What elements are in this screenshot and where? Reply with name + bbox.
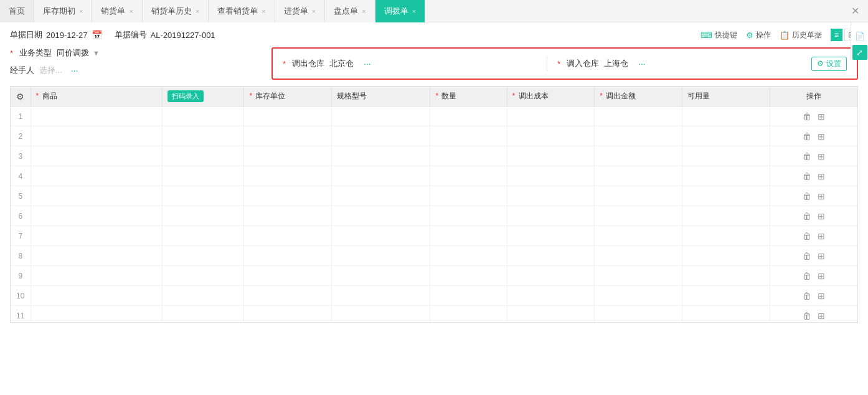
delete-icon[interactable]: 🗑 xyxy=(803,251,811,261)
row-qty[interactable] xyxy=(430,306,507,323)
row-unit[interactable] xyxy=(244,226,332,246)
tab-sales-history[interactable]: 销货单历史 × xyxy=(143,0,209,22)
row-cost[interactable] xyxy=(507,126,595,146)
row-cost[interactable] xyxy=(507,306,595,323)
tab-purchase-order-close[interactable]: × xyxy=(312,7,316,15)
row-unit[interactable] xyxy=(244,146,332,166)
warehouse-in-dots-button[interactable]: ··· xyxy=(638,59,646,69)
table-container[interactable]: ⚙ * 商品 扫码录入 * 库存单位 规格型号 xyxy=(10,86,858,323)
row-product[interactable] xyxy=(31,226,162,246)
row-amount[interactable] xyxy=(595,146,682,166)
row-qty[interactable] xyxy=(430,126,507,146)
person-select[interactable]: 选择... xyxy=(39,65,62,76)
row-cost[interactable] xyxy=(507,226,595,246)
scan-button[interactable]: 扫码录入 xyxy=(167,90,204,102)
row-spec[interactable] xyxy=(332,286,430,306)
delete-icon[interactable]: 🗑 xyxy=(803,112,811,121)
row-unit[interactable] xyxy=(244,107,332,126)
row-spec[interactable] xyxy=(332,146,430,166)
th-settings[interactable]: ⚙ xyxy=(11,87,31,107)
panel-doc-icon[interactable]: 📄 xyxy=(852,29,867,44)
row-product[interactable] xyxy=(31,306,162,323)
row-spec[interactable] xyxy=(332,306,430,323)
copy-icon[interactable]: ⊞ xyxy=(818,211,825,221)
date-value[interactable]: 2019-12-27 xyxy=(46,31,88,40)
copy-icon[interactable]: ⊞ xyxy=(818,131,825,141)
row-spec[interactable] xyxy=(332,246,430,266)
row-amount[interactable] xyxy=(595,107,682,126)
delete-icon[interactable]: 🗑 xyxy=(803,211,811,221)
row-spec[interactable] xyxy=(332,206,430,226)
warehouse-out-dots-button[interactable]: ··· xyxy=(364,59,371,69)
row-qty[interactable] xyxy=(430,266,507,286)
delete-icon[interactable]: 🗑 xyxy=(803,271,811,281)
row-amount[interactable] xyxy=(595,286,682,306)
copy-icon[interactable]: ⊞ xyxy=(818,151,825,161)
warehouse-in-value[interactable]: 上海仓 xyxy=(604,58,628,69)
row-product[interactable] xyxy=(31,166,162,186)
row-spec[interactable] xyxy=(332,186,430,206)
tab-purchase-order[interactable]: 进货单 × xyxy=(275,0,325,22)
row-amount[interactable] xyxy=(595,186,682,206)
calendar-icon[interactable]: 📅 xyxy=(92,30,102,40)
row-qty[interactable] xyxy=(430,166,507,186)
row-cost[interactable] xyxy=(507,286,595,306)
row-cost[interactable] xyxy=(507,266,595,286)
delete-icon[interactable]: 🗑 xyxy=(803,311,811,321)
copy-icon[interactable]: ⊞ xyxy=(818,271,825,281)
tab-stocktake-close[interactable]: × xyxy=(362,7,366,15)
row-qty[interactable] xyxy=(430,286,507,306)
row-amount[interactable] xyxy=(595,126,682,146)
copy-icon[interactable]: ⊞ xyxy=(818,251,825,261)
row-qty[interactable] xyxy=(430,226,507,246)
row-unit[interactable] xyxy=(244,286,332,306)
row-amount[interactable] xyxy=(595,266,682,286)
delete-icon[interactable]: 🗑 xyxy=(803,231,811,241)
tab-transfer-close[interactable]: × xyxy=(412,7,416,15)
delete-icon[interactable]: 🗑 xyxy=(803,191,811,201)
delete-icon[interactable]: 🗑 xyxy=(803,131,811,141)
copy-icon[interactable]: ⊞ xyxy=(818,231,825,241)
row-unit[interactable] xyxy=(244,306,332,323)
row-product[interactable] xyxy=(31,146,162,166)
row-product[interactable] xyxy=(31,126,162,146)
tab-transfer[interactable]: 调拨单 × xyxy=(375,0,425,22)
copy-icon[interactable]: ⊞ xyxy=(818,171,825,181)
row-cost[interactable] xyxy=(507,107,595,126)
row-unit[interactable] xyxy=(244,166,332,186)
row-cost[interactable] xyxy=(507,166,595,186)
copy-icon[interactable]: ⊞ xyxy=(818,112,825,121)
row-cost[interactable] xyxy=(507,246,595,266)
row-cost[interactable] xyxy=(507,206,595,226)
row-qty[interactable] xyxy=(430,246,507,266)
delete-icon[interactable]: 🗑 xyxy=(803,171,811,181)
copy-icon[interactable]: ⊞ xyxy=(818,291,825,301)
tab-view-sales-close[interactable]: × xyxy=(262,7,265,15)
row-qty[interactable] xyxy=(430,107,507,126)
row-spec[interactable] xyxy=(332,226,430,246)
operation-action[interactable]: ⚙ 操作 xyxy=(746,30,771,40)
row-amount[interactable] xyxy=(595,306,682,323)
tab-stocktake[interactable]: 盘点单 × xyxy=(325,0,375,22)
row-product[interactable] xyxy=(31,286,162,306)
row-unit[interactable] xyxy=(244,126,332,146)
settings-button[interactable]: ⚙ 设置 xyxy=(811,57,847,71)
row-spec[interactable] xyxy=(332,107,430,126)
tab-sales-order-close[interactable]: × xyxy=(129,7,133,15)
copy-icon[interactable]: ⊞ xyxy=(818,191,825,201)
row-product[interactable] xyxy=(31,246,162,266)
tab-sales-history-close[interactable]: × xyxy=(196,7,199,15)
view-list-btn[interactable]: ≡ xyxy=(831,29,842,41)
row-cost[interactable] xyxy=(507,186,595,206)
row-amount[interactable] xyxy=(595,226,682,246)
tab-inventory-init[interactable]: 库存期初 × xyxy=(34,0,92,22)
tab-view-sales[interactable]: 查看销货单 × xyxy=(209,0,275,22)
row-unit[interactable] xyxy=(244,186,332,206)
delete-icon[interactable]: 🗑 xyxy=(803,151,811,161)
row-cost[interactable] xyxy=(507,146,595,166)
row-qty[interactable] xyxy=(430,206,507,226)
delete-icon[interactable]: 🗑 xyxy=(803,291,811,301)
tab-home[interactable]: 首页 xyxy=(0,0,34,22)
tab-inventory-init-close[interactable]: × xyxy=(79,7,83,15)
shortcut-action[interactable]: ⌨ 快捷键 xyxy=(701,30,737,40)
